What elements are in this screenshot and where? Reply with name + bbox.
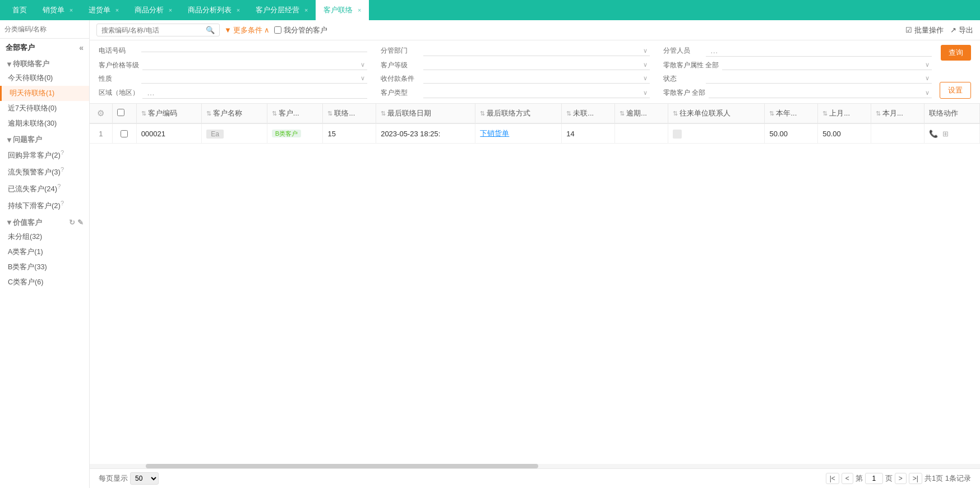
col-last-method[interactable]: 最后联络方式	[475, 104, 562, 123]
sidebar-item-ungrouped[interactable]: 未分组(32)	[0, 229, 89, 245]
filter-phone-input[interactable]	[141, 49, 367, 52]
chevron-down-icon: ∨	[360, 75, 365, 82]
sidebar-collapse-btn[interactable]: «	[79, 43, 84, 52]
col-uncontact[interactable]: 未联...	[562, 104, 615, 123]
scrollbar-thumb[interactable]	[146, 464, 538, 468]
more-conditions-btn[interactable]: ▼ 更多条件 ∧	[224, 25, 270, 35]
filter-actions: 查询 设置	[936, 45, 971, 99]
filter-retail-attr-label: 零散客户属性 全部	[663, 61, 719, 70]
per-page-select[interactable]: 50 100 200	[130, 472, 159, 485]
filter-retail-customer: 零散客户 全部 ∨	[663, 88, 932, 98]
col-contact[interactable]: 联络...	[323, 104, 376, 123]
sidebar-item-class-c[interactable]: C类客户(6)	[0, 275, 89, 290]
sidebar-item-tomorrow[interactable]: 明天待联络(1)	[0, 86, 89, 101]
sidebar-item-class-a[interactable]: A类客户(1)	[0, 245, 89, 260]
toolbar-search-icon[interactable]: 🔍	[206, 26, 215, 34]
batch-operation-btn[interactable]: ☑ 批量操作	[905, 25, 944, 35]
filter-retail-customer-select[interactable]: ∨	[709, 88, 932, 98]
edit-icon[interactable]: ✎	[77, 218, 84, 227]
close-customer-contact-tab[interactable]: ×	[358, 7, 361, 13]
page-input[interactable]	[865, 473, 883, 484]
close-analysis-tab[interactable]: ×	[169, 7, 172, 13]
nav-tab-customer-contact[interactable]: 客户联络 ×	[316, 0, 369, 20]
chevron-down-icon: ∨	[925, 61, 930, 68]
my-customers-checkbox[interactable]: 我分管的客户	[274, 25, 327, 35]
toolbar-right: ☑ 批量操作 ↗ 导出	[905, 25, 973, 35]
content-area: 🔍 ▼ 更多条件 ∧ 我分管的客户 ☑ 批量操作 ↗ 导出	[90, 20, 980, 488]
filter-manager-select[interactable]: …	[706, 45, 932, 57]
next-page-btn[interactable]: >	[895, 473, 907, 484]
filter-region-dots[interactable]: …	[147, 88, 155, 97]
sidebar-item-overdue[interactable]: 逾期未联络(30)	[0, 116, 89, 131]
col-name[interactable]: 客户名称	[202, 104, 267, 123]
first-page-btn[interactable]: |<	[826, 473, 839, 484]
filter-phone: 电话号码	[99, 46, 367, 56]
sidebar-item-today[interactable]: 今天待联络(0)	[0, 71, 89, 86]
close-purchase-tab[interactable]: ×	[115, 7, 119, 13]
query-button[interactable]: 查询	[941, 45, 971, 61]
filter-phone-label: 电话号码	[99, 46, 138, 56]
set-button[interactable]: 设置	[940, 82, 971, 99]
export-btn[interactable]: ↗ 导出	[950, 25, 973, 35]
select-all-checkbox[interactable]	[117, 109, 124, 116]
unit-contact-masked	[673, 130, 682, 139]
col-unit-contact[interactable]: 往来单位联系人	[668, 104, 765, 123]
col-this-month[interactable]: 本月...	[871, 104, 924, 123]
toolbar-search-input[interactable]	[101, 26, 206, 34]
nav-home[interactable]: 首页	[4, 0, 35, 20]
row-checkbox[interactable]	[121, 130, 128, 137]
filter-cust-type-label: 客户类型	[381, 88, 420, 98]
col-last-month[interactable]: 上月...	[818, 104, 871, 123]
nav-tab-purchase[interactable]: 进货单 ×	[81, 0, 127, 20]
filter-status-select[interactable]: ∨	[706, 73, 932, 84]
sidebar-all-customers[interactable]: 全部客户 «	[0, 39, 89, 56]
nav-tab-customer-tier[interactable]: 客户分层经营 ×	[248, 0, 316, 20]
phone-action-icon[interactable]: 📞	[929, 130, 938, 138]
close-analysis-list-tab[interactable]: ×	[237, 7, 240, 13]
filter-cust-type-select[interactable]: ∨	[423, 88, 649, 98]
prev-page-btn[interactable]: <	[842, 473, 853, 484]
qr-action-icon[interactable]: ⊞	[942, 130, 949, 138]
sidebar-search-input[interactable]	[4, 25, 89, 33]
col-overdue[interactable]: 逾期...	[615, 104, 668, 123]
col-last-date[interactable]: 最后联络日期	[376, 104, 475, 123]
close-sales-tab[interactable]: ×	[70, 7, 73, 13]
sidebar-item-declining[interactable]: 持续下滑客户(2)?	[0, 197, 89, 214]
filter-panel: 电话号码 分管部门 ∨ 分管人员	[90, 40, 980, 104]
close-customer-tier-tab[interactable]: ×	[304, 7, 308, 13]
filter-customer-grade-label: 客户等级	[381, 61, 420, 70]
filter-nature-select[interactable]: ∨	[141, 73, 367, 84]
filter-region: 区域（地区） …	[99, 87, 367, 99]
sidebar-item-churn-warn[interactable]: 流失预警客户(3)?	[0, 163, 89, 180]
nav-tab-analysis-list[interactable]: 商品分析列表 ×	[180, 0, 248, 20]
my-customers-check[interactable]	[274, 26, 281, 34]
horizontal-scrollbar[interactable]	[90, 464, 980, 468]
col-code[interactable]: 客户编码	[136, 104, 202, 123]
filter-region-select[interactable]: …	[142, 87, 367, 99]
chevron-down-icon: ∨	[643, 89, 648, 96]
col-this-year[interactable]: 本年...	[765, 104, 818, 123]
col-type[interactable]: 客户...	[267, 104, 323, 123]
filter-region-label: 区域（地区）	[99, 88, 139, 98]
contact-method-link[interactable]: 下销货单	[480, 129, 509, 137]
sidebar-item-class-b[interactable]: B类客户(33)	[0, 260, 89, 275]
filter-dept-select[interactable]: ∨	[423, 46, 649, 56]
sidebar-item-churned[interactable]: 已流失客户(24)?	[0, 180, 89, 197]
nav-tab-analysis[interactable]: 商品分析 ×	[127, 0, 180, 20]
last-page-btn[interactable]: >|	[909, 473, 922, 484]
sidebar-item-7days[interactable]: 近7天待联络(0)	[0, 101, 89, 116]
refresh-icon[interactable]: ↻	[69, 218, 75, 227]
filter-manager-dots[interactable]: …	[710, 46, 718, 55]
filter-manager-label: 分管人员	[663, 46, 702, 56]
filter-customer-grade-select[interactable]: ∨	[423, 60, 649, 70]
settings-icon[interactable]: ⚙	[97, 108, 104, 118]
customer-table: ⚙ 客户编码 客户名称 客户... 联络... 最后联络日期 最后联络方式 未联…	[90, 104, 980, 144]
filter-retail-attr-select[interactable]: ∨	[722, 60, 932, 70]
filter-icon: ▼	[224, 26, 232, 34]
nav-tab-sales[interactable]: 销货单 ×	[35, 0, 81, 20]
filter-price-grade-select[interactable]: ∨	[142, 60, 367, 70]
sidebar-item-abnormal[interactable]: 回购异常客户(2)?	[0, 146, 89, 163]
col-checkbox	[112, 104, 136, 123]
filter-payment-select[interactable]: ∨	[423, 73, 649, 84]
page-unit: 页	[885, 473, 893, 484]
